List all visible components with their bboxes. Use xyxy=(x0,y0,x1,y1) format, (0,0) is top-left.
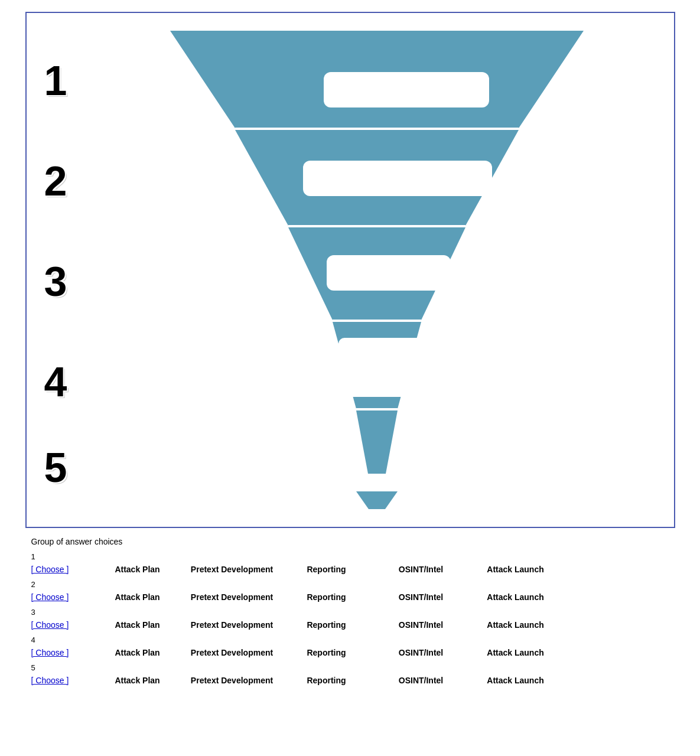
cell-2-1: Attack Plan xyxy=(90,592,185,602)
number-3: 3 xyxy=(38,234,92,329)
choose-cell-3[interactable]: [ Choose ] xyxy=(31,620,90,630)
cell-3-1: Attack Plan xyxy=(90,620,185,630)
cell-4-2: Pretext Development xyxy=(185,648,279,657)
answer-section: Group of answer choices 1 [ Choose ] Att… xyxy=(25,537,675,687)
cell-5-4: OSINT/Intel xyxy=(374,676,468,685)
cell-1-3: Reporting xyxy=(279,565,374,574)
row-number-2: 2 xyxy=(31,580,669,589)
diagram-box: 1 2 3 4 5 xyxy=(25,12,675,528)
cell-1-4: OSINT/Intel xyxy=(374,565,468,574)
number-2: 2 xyxy=(38,134,92,229)
row-number-1: 1 xyxy=(31,552,669,561)
cell-2-2: Pretext Development xyxy=(185,592,279,602)
cell-5-2: Pretext Development xyxy=(185,676,279,685)
cell-1-5: Attack Launch xyxy=(468,565,563,574)
cell-4-1: Attack Plan xyxy=(90,648,185,657)
answer-row-1: [ Choose ] Attack Plan Pretext Developme… xyxy=(31,562,669,576)
row-number-3: 3 xyxy=(31,608,669,617)
funnel-layer-5 xyxy=(356,410,398,474)
choose-link-3[interactable]: [ Choose ] xyxy=(31,620,69,630)
cell-2-4: OSINT/Intel xyxy=(374,592,468,602)
choose-cell-4[interactable]: [ Choose ] xyxy=(31,648,90,657)
cell-1-1: Attack Plan xyxy=(90,565,185,574)
answer-row-4: [ Choose ] Attack Plan Pretext Developme… xyxy=(31,646,669,660)
funnel-box-4 xyxy=(338,338,433,397)
cell-4-4: OSINT/Intel xyxy=(374,648,468,657)
number-5: 5 xyxy=(38,435,92,506)
numbers-column: 1 2 3 4 5 xyxy=(38,25,92,509)
cell-4-5: Attack Launch xyxy=(468,648,563,657)
choose-cell-1[interactable]: [ Choose ] xyxy=(31,565,90,574)
number-4: 4 xyxy=(38,335,92,429)
answer-rows: 1 [ Choose ] Attack Plan Pretext Develop… xyxy=(31,549,669,687)
answer-row-5: [ Choose ] Attack Plan Pretext Developme… xyxy=(31,673,669,687)
cell-2-3: Reporting xyxy=(279,592,374,602)
choose-link-2[interactable]: [ Choose ] xyxy=(31,592,69,602)
answer-row-3: [ Choose ] Attack Plan Pretext Developme… xyxy=(31,618,669,632)
choose-link-5[interactable]: [ Choose ] xyxy=(31,676,69,685)
funnel-svg xyxy=(141,25,613,509)
cell-5-3: Reporting xyxy=(279,676,374,685)
cell-5-1: Attack Plan xyxy=(90,676,185,685)
funnel-box-1 xyxy=(324,72,489,107)
choose-link-1[interactable]: [ Choose ] xyxy=(31,565,69,574)
answer-row-2: [ Choose ] Attack Plan Pretext Developme… xyxy=(31,590,669,604)
choose-cell-5[interactable]: [ Choose ] xyxy=(31,676,90,685)
funnel-box-3 xyxy=(327,255,451,291)
cell-3-3: Reporting xyxy=(279,620,374,630)
choose-link-4[interactable]: [ Choose ] xyxy=(31,648,69,657)
page-container: 1 2 3 4 5 xyxy=(0,0,700,756)
funnel-wrapper xyxy=(92,25,662,509)
cell-4-3: Reporting xyxy=(279,648,374,657)
cell-3-2: Pretext Development xyxy=(185,620,279,630)
cell-1-2: Pretext Development xyxy=(185,565,279,574)
row-number-4: 4 xyxy=(31,636,669,644)
funnel-box-2 xyxy=(303,161,492,196)
row-number-5: 5 xyxy=(31,663,669,672)
cell-3-4: OSINT/Intel xyxy=(374,620,468,630)
answer-title: Group of answer choices xyxy=(31,537,669,546)
number-1: 1 xyxy=(38,34,92,128)
funnel-arrow xyxy=(356,491,398,509)
funnel-area: 1 2 3 4 5 xyxy=(38,25,662,509)
cell-3-5: Attack Launch xyxy=(468,620,563,630)
cell-5-5: Attack Launch xyxy=(468,676,563,685)
cell-2-5: Attack Launch xyxy=(468,592,563,602)
choose-cell-2[interactable]: [ Choose ] xyxy=(31,592,90,602)
